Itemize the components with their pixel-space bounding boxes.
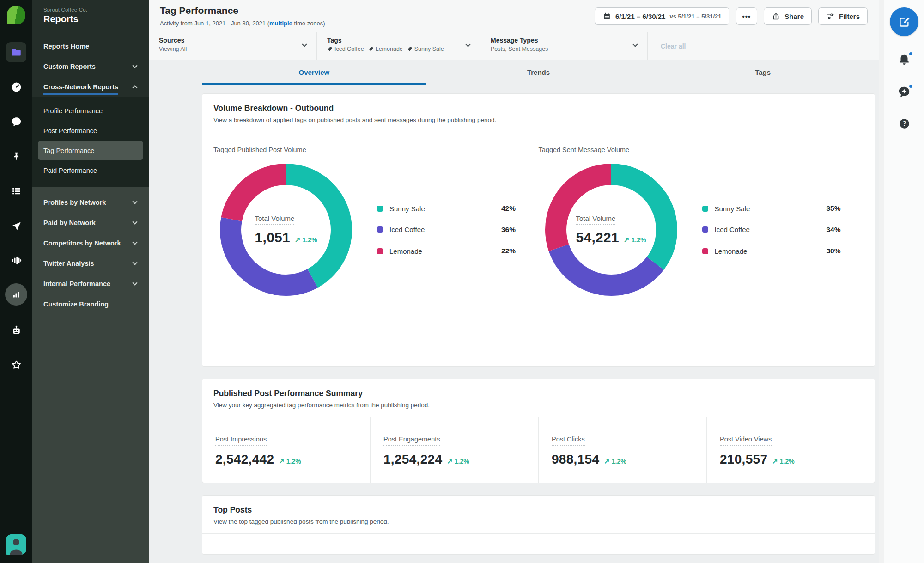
user-avatar[interactable] [6,534,26,555]
nav-automation[interactable] [6,320,26,340]
legend-swatch [702,226,708,233]
sprout-logo[interactable] [7,6,25,24]
legend-percent: 35% [826,204,840,213]
message-types-filter-value: Posts, Sent Messages [491,46,637,52]
trend-up-icon: ↗ [624,236,630,244]
chart-legend: Sunny Sale42%Iced Coffee36%Lemonade22% [377,198,516,262]
trend-badge: ↗ 1.2% [447,457,469,465]
metric-post-video-views: Post Video Views 210,557↗ 1.2% [707,417,875,483]
sidebar-item-profile-performance[interactable]: Profile Performance [32,101,149,121]
more-options-button[interactable]: ••• [736,7,758,25]
legend-item-lemonade[interactable]: Lemonade30% [702,240,841,262]
page-title: Tag Performance [160,5,238,16]
legend-label: Lemonade [389,247,422,255]
metric-label[interactable]: Post Video Views [720,435,772,446]
nav-inbox[interactable] [6,111,26,132]
sidebar-title: Reports [43,14,138,24]
tags-filter-value: Iced Coffee Lemonade Sunny Sale [327,46,470,52]
legend-item-iced-coffee[interactable]: Iced Coffee34% [702,219,841,240]
tags-filter[interactable]: Tags Iced Coffee Lemonade Sunny Sale [317,32,480,60]
scrollbar-gutter[interactable] [879,0,884,563]
tab-trends[interactable]: Trends [426,60,651,85]
donut-chart-published-posts: Total Volume 1,051 ↗ 1.2% [219,163,353,297]
trend-badge: ↗ 1.2% [279,457,301,465]
person-icon [6,534,26,555]
total-volume-value: 1,051 [255,230,291,245]
ellipsis-icon: ••• [742,12,751,20]
chat-bubble-icon [11,116,22,128]
nav-reports-folder[interactable] [6,42,26,62]
sources-filter[interactable]: Sources Viewing All [149,32,317,60]
sidebar-item-profiles-by-network[interactable]: Profiles by Network [32,192,149,213]
metric-post-impressions: Post Impressions 2,542,442↗ 1.2% [202,417,371,483]
compose-pencil-icon [898,16,911,28]
sidebar-item-competitors-by-network[interactable]: Competitors by Network [32,233,149,253]
legend-percent: 36% [501,226,516,234]
date-range-button[interactable]: 6/1/21 – 6/30/21 vs 5/1/21 – 5/31/21 [595,7,729,25]
svg-text:?: ? [902,120,906,127]
sidebar-header: Sprout Coffee Co. Reports [32,0,149,31]
metric-value: 1,254,224 [383,452,442,467]
chevron-down-icon [132,239,137,245]
sidebar-item-reports-home[interactable]: Reports Home [32,36,149,56]
multiple-timezones-link[interactable]: multiple [269,20,292,27]
legend-percent: 42% [501,204,516,213]
share-button[interactable]: Share [764,7,812,25]
whats-new-button[interactable] [897,85,911,101]
sidebar-item-paid-performance[interactable]: Paid Performance [32,160,149,180]
tab-overview[interactable]: Overview [202,60,426,85]
metric-value: 210,557 [720,452,767,467]
metric-label[interactable]: Post Impressions [215,435,267,446]
sidebar-item-tag-performance[interactable]: Tag Performance [38,141,143,160]
card-title: Published Post Performance Summary [213,389,863,398]
clear-all-button[interactable]: Clear all [648,43,699,50]
metric-post-clicks: Post Clicks 988,154↗ 1.2% [539,417,707,483]
metric-label[interactable]: Post Clicks [552,435,585,446]
filters-button[interactable]: Filters [818,7,868,25]
trend-up-icon: ↗ [772,457,778,465]
volume-breakdown-header: Volume Breakdown - Outbound View a break… [202,94,875,132]
nav-pinned[interactable] [6,146,26,166]
nav-publishing[interactable] [6,215,26,236]
nav-reports-active[interactable] [5,283,27,306]
sidebar-item-cross-network-reports[interactable]: Cross-Network Reports [32,77,149,97]
legend-swatch [377,248,383,254]
metric-label[interactable]: Post Engagements [383,435,440,446]
sliders-icon [826,12,835,21]
legend-item-sunny-sale[interactable]: Sunny Sale42% [377,198,516,219]
chevron-down-icon [132,260,137,265]
sidebar-item-paid-by-network[interactable]: Paid by Network [32,213,149,233]
legend-item-sunny-sale[interactable]: Sunny Sale35% [702,198,841,219]
nav-dashboard[interactable] [6,77,26,97]
sidebar-item-customize-branding[interactable]: Customize Branding [32,294,149,314]
sidebar-item-internal-performance[interactable]: Internal Performance [32,274,149,294]
report-date-subtitle: Activity from Jun 1, 2021 - Jun 30, 2021… [160,20,325,27]
post-performance-summary-card: Published Post Performance Summary View … [202,379,875,483]
legend-percent: 30% [826,247,840,255]
trend-up-icon: ↗ [604,457,610,465]
nav-listening[interactable] [6,250,26,270]
chart-legend: Sunny Sale35%Iced Coffee34%Lemonade30% [702,198,841,262]
notifications-button[interactable] [897,53,911,68]
metric-value: 988,154 [552,452,599,467]
metric-post-engagements: Post Engagements 1,254,224↗ 1.2% [371,417,539,483]
help-button[interactable]: ? [898,117,911,132]
nav-tasks[interactable] [6,181,26,201]
legend-item-lemonade[interactable]: Lemonade22% [377,240,516,262]
gauge-icon [11,81,22,93]
card-description: View a breakdown of applied tags on publ… [213,116,863,123]
donut-chart-sent-messages: Total Volume 54,221 ↗ 1.2% [544,163,678,297]
trend-up-icon: ↗ [279,457,285,465]
message-types-filter[interactable]: Message Types Posts, Sent Messages [480,32,648,60]
nav-reviews[interactable] [6,355,26,375]
tab-tags[interactable]: Tags [650,60,875,85]
sidebar-item-post-performance[interactable]: Post Performance [32,121,149,141]
published-post-volume-chart: Tagged Published Post Volume Total Volum… [213,144,539,297]
sidebar-item-twitter-analysis[interactable]: Twitter Analysis [32,253,149,274]
volume-breakdown-card: Volume Breakdown - Outbound View a break… [202,93,875,367]
card-title: Volume Breakdown - Outbound [213,104,863,113]
sidebar-item-custom-reports[interactable]: Custom Reports [32,56,149,77]
trend-badge: ↗ 1.2% [295,236,317,244]
legend-item-iced-coffee[interactable]: Iced Coffee36% [377,219,516,240]
compose-button[interactable] [890,7,918,36]
